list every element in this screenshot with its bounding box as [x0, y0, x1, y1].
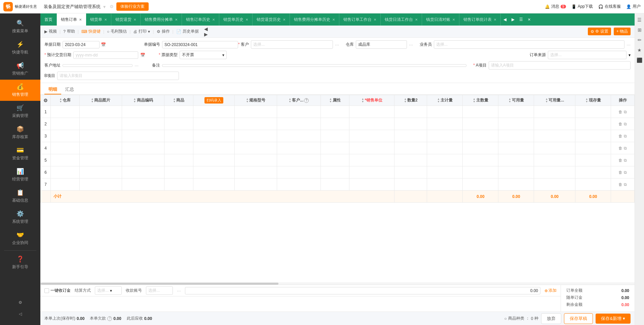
sidebar-settings-icon[interactable]: ⚙ — [18, 297, 22, 308]
row-4-custcode[interactable] — [277, 142, 321, 154]
scroll-area[interactable] — [40, 282, 635, 285]
sidebar-item-quicknav[interactable]: ⚡ 快捷导航 — [0, 37, 40, 58]
save-draft-btn[interactable]: 保存草稿 — [564, 313, 593, 324]
row-5-avail[interactable] — [498, 154, 534, 166]
warehouse-input[interactable]: 成品库 — [356, 40, 407, 49]
row-2-copy-icon[interactable]: ⧉ — [624, 122, 627, 126]
row-6-code[interactable] — [122, 166, 164, 178]
receipt-account-select[interactable]: 选择... — [146, 286, 173, 295]
th-sales-unit-sort[interactable]: ▲▼ *销售单位 — [352, 97, 391, 103]
th-main-unit-sort[interactable]: ▲▼ 主计量 — [430, 97, 460, 103]
sidebar-item-system[interactable]: ⚙️ 系统管理 — [0, 207, 40, 228]
row-7-product[interactable] — [164, 178, 193, 191]
warehouse-more-btn[interactable]: ··· — [409, 42, 413, 47]
user-item[interactable]: 👤 用户 — [626, 4, 641, 9]
row-2-attr[interactable] — [320, 118, 349, 130]
tab-sales-refund[interactable]: 销货退货 ✕ — [111, 13, 141, 26]
add-payment-btn[interactable]: ⊕ 添加 — [544, 288, 557, 293]
row-5-warehouse[interactable] — [51, 154, 80, 166]
th-gear[interactable]: ⚙ — [41, 95, 51, 106]
row-7-salesunit[interactable] — [349, 178, 394, 191]
sidebar-item-operations[interactable]: 📊 经营管理 — [0, 164, 40, 186]
scan-btn[interactable]: 扫码录入 — [204, 97, 223, 104]
add-item-btn[interactable]: + 物品 — [614, 28, 631, 35]
row-3-custcode[interactable] — [277, 130, 321, 142]
tab-summary[interactable]: 汇总 — [61, 85, 78, 94]
row-5-salesunit[interactable] — [349, 154, 394, 166]
col-gear-icon[interactable]: ⚙ — [43, 98, 48, 103]
right-panel-screen-icon[interactable]: ⬛ — [636, 56, 643, 64]
message-item[interactable]: 🔔 消息 9 — [545, 4, 566, 9]
row-4-image[interactable] — [79, 142, 122, 154]
tab-next-btn[interactable]: ▶ — [509, 13, 517, 26]
row-7-mainqty[interactable] — [463, 178, 498, 191]
row-3-avail[interactable] — [498, 130, 534, 142]
row-7-avail2[interactable] — [534, 178, 575, 191]
row-6-warehouse[interactable] — [51, 166, 80, 178]
row-1-spec[interactable] — [234, 106, 277, 118]
row-1-code[interactable] — [122, 106, 164, 118]
tab-cashier-workbench[interactable]: 钱货日清工作台 ✕ — [381, 13, 422, 26]
order-no-input[interactable]: SO-20230324-001 — [162, 41, 238, 48]
row-6-mainunit[interactable] — [427, 166, 463, 178]
row-4-product[interactable] — [164, 142, 193, 154]
customer-input[interactable]: 选择... — [251, 40, 333, 49]
salesperson-more-btn[interactable]: ··· — [627, 42, 631, 47]
tab-order-history[interactable]: 销售订单历史 ✕ — [182, 13, 219, 26]
row-1-mainqty[interactable] — [463, 106, 498, 118]
row-7-code[interactable] — [122, 178, 164, 191]
tab-order-workbench[interactable]: 销售订单工作台 ✕ — [339, 13, 381, 26]
row-4-delete-icon[interactable]: 🗑 — [618, 146, 622, 151]
row-5-qty2[interactable] — [394, 154, 427, 166]
row-6-stock[interactable] — [575, 166, 611, 178]
invoice-type-select[interactable]: 不开票 ▾ — [180, 51, 227, 59]
th-product-code-sort[interactable]: ▲▼ 商品编码 — [125, 97, 161, 103]
tab-cashier-workbench-close[interactable]: ✕ — [415, 18, 418, 22]
online-service-item[interactable]: 🎧 在线客服 — [598, 4, 621, 9]
scroll-track[interactable] — [41, 283, 278, 285]
row-1-copy-icon[interactable]: ⧉ — [624, 110, 627, 114]
sidebar-item-inventory[interactable]: 📦 库存核算 — [0, 122, 40, 143]
this-order-info-icon[interactable]: ? — [107, 316, 112, 321]
row-3-delete-icon[interactable]: 🗑 — [618, 134, 622, 138]
row-3-warehouse[interactable] — [51, 130, 80, 142]
row-2-delete-icon[interactable]: 🗑 — [618, 122, 622, 126]
toolbar-profit[interactable]: ○ 毛利预估 — [107, 29, 127, 34]
tab-close-all-btn[interactable]: ✕ — [525, 13, 533, 26]
sidebar-item-search[interactable]: 🔍 搜索菜单 — [0, 16, 40, 37]
right-panel-list-icon[interactable]: ☰ — [636, 16, 643, 24]
row-3-avail2[interactable] — [534, 130, 575, 142]
row-2-mainunit[interactable] — [427, 118, 463, 130]
row-7-attr[interactable] — [320, 178, 349, 191]
row-4-warehouse[interactable] — [51, 142, 80, 154]
tab-sales-stats-close[interactable]: ✕ — [494, 18, 496, 22]
row-3-stock[interactable] — [575, 130, 611, 142]
row-3-qty2[interactable] — [394, 130, 427, 142]
row-5-avail2[interactable] — [534, 154, 575, 166]
sidebar-item-sales[interactable]: 💰 销售管理 — [0, 80, 40, 101]
row-6-custcode[interactable] — [277, 166, 321, 178]
row-5-copy-icon[interactable]: ⧉ — [624, 158, 627, 163]
tab-expense-split[interactable]: 销售费用分摊单 ✕ — [141, 13, 182, 26]
row-1-image[interactable] — [79, 106, 122, 118]
row-1-avail[interactable] — [498, 106, 534, 118]
row-2-product[interactable] — [164, 118, 193, 130]
prev-record-btn[interactable]: ◀ — [204, 26, 208, 32]
row-7-warehouse[interactable] — [51, 178, 80, 191]
customer-address-input[interactable] — [63, 64, 132, 67]
row-5-attr[interactable] — [320, 154, 349, 166]
right-panel-star-icon[interactable]: ★ — [636, 46, 643, 54]
th-current-stock-sort[interactable]: ▲▼ 现存量 — [578, 97, 608, 103]
tab-refund-history-close[interactable]: ✕ — [283, 18, 286, 22]
toolbar-view[interactable]: ▶ 视频 — [44, 29, 57, 34]
row-7-avail[interactable] — [498, 178, 534, 191]
row-4-code[interactable] — [122, 142, 164, 154]
row-7-image[interactable] — [79, 178, 122, 191]
tab-menu-btn[interactable]: ☰ — [517, 13, 525, 26]
calendar-icon[interactable]: 📅 — [101, 42, 106, 47]
toolbar-history[interactable]: 📄 历史单据 — [176, 29, 199, 34]
tab-expense-split-close[interactable]: ✕ — [175, 18, 178, 22]
row-3-salesunit[interactable] — [349, 130, 394, 142]
row-7-copy-icon[interactable]: ⧉ — [624, 182, 627, 187]
row-3-attr[interactable] — [320, 130, 349, 142]
